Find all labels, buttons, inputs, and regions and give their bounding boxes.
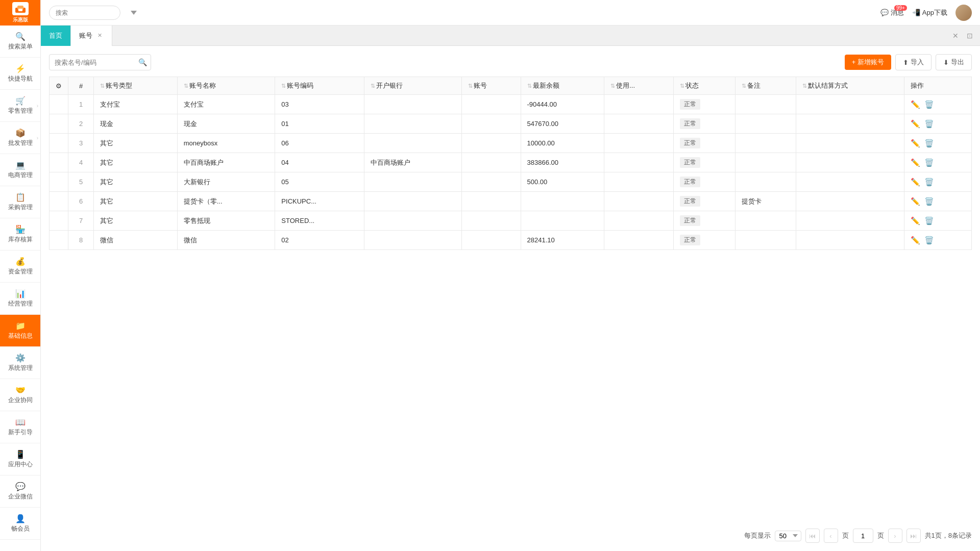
sidebar-item-label: 批发管理 <box>8 139 33 147</box>
system-mgmt-icon: ⚙️ <box>15 353 26 363</box>
action-col-header: 操作 <box>904 77 971 95</box>
sidebar-item-member[interactable]: 👤 畅会员 <box>0 508 40 540</box>
edit-button[interactable]: ✏️ <box>911 197 920 206</box>
delete-button[interactable]: 🗑️ <box>924 197 934 206</box>
account-name-cell: 支付宝 <box>177 95 275 114</box>
dropdown-button[interactable] <box>127 6 141 20</box>
sidebar-item-system-mgmt[interactable]: ⚙️ 系统管理 <box>0 347 40 379</box>
close-window-button[interactable]: ✕ <box>949 30 962 42</box>
sidebar-item-quick-nav[interactable]: ⚡ 快捷导航 <box>0 58 40 90</box>
balance-cell <box>521 211 604 231</box>
first-page-button[interactable]: ⏮ <box>805 529 820 543</box>
sidebar-item-purchase-mgmt[interactable]: 📋 采购管理 <box>0 186 40 218</box>
last-page-button[interactable]: ⏭ <box>906 529 921 543</box>
account-search-input[interactable] <box>49 54 151 70</box>
top-search-input[interactable] <box>49 6 120 20</box>
row-number-cell: 7 <box>68 211 94 231</box>
page-size-select[interactable]: 50 100 200 <box>775 531 801 541</box>
delete-button[interactable]: 🗑️ <box>924 119 934 129</box>
edit-button[interactable]: ✏️ <box>911 119 920 129</box>
delete-button[interactable]: 🗑️ <box>924 236 934 245</box>
account-code-col-header[interactable]: ⇅账号编码 <box>275 77 364 95</box>
bank-cell: 中百商场账户 <box>364 153 462 172</box>
sidebar-item-label: 零售管理 <box>8 107 33 115</box>
sidebar-item-ecommerce-mgmt[interactable]: 💻 电商管理 <box>0 154 40 186</box>
edit-button[interactable]: ✏️ <box>911 139 920 148</box>
sort-icon: ⇅ <box>184 83 188 89</box>
edit-button[interactable]: ✏️ <box>911 216 920 226</box>
remark-col-header[interactable]: ⇅备注 <box>735 77 796 95</box>
remark-cell <box>735 153 796 172</box>
tab-home[interactable]: 首页 <box>41 26 71 46</box>
tab-accounts[interactable]: 账号 ✕ <box>71 26 112 46</box>
ecommerce-mgmt-icon: 💻 <box>15 160 26 170</box>
retail-mgmt-icon: 🛒 <box>15 96 26 106</box>
edit-button[interactable]: ✏️ <box>911 158 920 167</box>
bank-cell <box>364 211 462 231</box>
bank-col-header[interactable]: ⇅开户银行 <box>364 77 462 95</box>
import-icon: ⬆ <box>903 59 909 66</box>
export-button[interactable]: ⬇ 导出 <box>936 54 972 70</box>
edit-button[interactable]: ✏️ <box>911 178 920 187</box>
maximize-window-button[interactable]: ⊡ <box>964 30 976 42</box>
account-no-cell <box>462 95 521 114</box>
sort-icon: ⇅ <box>281 83 286 89</box>
status-col-header[interactable]: ⇅状态 <box>673 77 735 95</box>
search-icon[interactable]: 🔍 <box>138 58 147 66</box>
sidebar-item-app-center[interactable]: 📱 应用中心 <box>0 443 40 475</box>
sidebar-item-beginner-guide[interactable]: 📖 新手引导 <box>0 411 40 443</box>
sidebar-item-inventory-mgmt[interactable]: 🏪 库存核算 <box>0 218 40 251</box>
account-code-cell: 01 <box>275 114 364 134</box>
user-avatar[interactable] <box>955 5 972 21</box>
sidebar-item-retail-mgmt[interactable]: 🛒 零售管理 › <box>0 90 40 122</box>
sidebar-item-label: 资金管理 <box>8 267 33 276</box>
app-download-button[interactable]: 📲 App下载 <box>912 8 947 17</box>
account-name-cell: 微信 <box>177 231 275 250</box>
default-payment-col-header[interactable]: ⇅默认结算方式 <box>796 77 904 95</box>
prev-page-button[interactable]: ‹ <box>824 529 838 543</box>
account-type-col-header[interactable]: ⇅账号类型 <box>94 77 178 95</box>
usage-col-header[interactable]: ⇅使用... <box>604 77 674 95</box>
add-account-button[interactable]: + 新增账号 <box>845 55 891 70</box>
remark-cell <box>735 95 796 114</box>
edit-button[interactable]: ✏️ <box>911 100 920 109</box>
import-button[interactable]: ⬆ 导入 <box>895 54 932 70</box>
account-no-col-header[interactable]: ⇅账号 <box>462 77 521 95</box>
wholesale-mgmt-icon: 📦 <box>15 128 26 138</box>
page-number-input[interactable] <box>853 529 873 543</box>
sidebar-item-basic-info[interactable]: 📁 基础信息 <box>0 315 40 347</box>
settings-col-header[interactable]: ⚙ <box>50 77 68 95</box>
finance-mgmt-icon: 💰 <box>15 257 26 266</box>
home-tab-label: 首页 <box>49 31 62 40</box>
sidebar-item-search-menu[interactable]: 🔍 搜索菜单 <box>0 26 40 58</box>
app-download-icon: 📲 <box>912 9 920 16</box>
sidebar-item-finance-mgmt[interactable]: 💰 资金管理 <box>0 251 40 283</box>
sidebar-item-operations-mgmt[interactable]: 📊 经营管理 <box>0 283 40 315</box>
delete-button[interactable]: 🗑️ <box>924 100 934 109</box>
status-cell: 正常 <box>673 134 735 153</box>
delete-button[interactable]: 🗑️ <box>924 216 934 226</box>
next-page-button[interactable]: › <box>888 529 902 543</box>
action-buttons: ✏️ 🗑️ <box>911 178 965 187</box>
status-cell: 正常 <box>673 95 735 114</box>
delete-button[interactable]: 🗑️ <box>924 158 934 167</box>
page-size-label: 每页显示 <box>744 531 771 540</box>
sidebar-item-enterprise-wechat[interactable]: 💬 企业微信 <box>0 475 40 508</box>
usage-cell <box>604 172 674 192</box>
sidebar-item-wholesale-mgmt[interactable]: 📦 批发管理 › <box>0 122 40 154</box>
message-button[interactable]: 💬 消息 99+ <box>880 8 904 17</box>
delete-button[interactable]: 🗑️ <box>924 139 934 148</box>
row-settings-cell <box>50 153 68 172</box>
status-badge: 正常 <box>680 157 700 168</box>
balance-col-header[interactable]: ⇅最新余额 <box>521 77 604 95</box>
balance-cell: 10000.00 <box>521 134 604 153</box>
bank-cell <box>364 192 462 211</box>
sort-icon: ⇅ <box>371 83 375 89</box>
tab-close-button[interactable]: ✕ <box>95 32 104 40</box>
edit-button[interactable]: ✏️ <box>911 236 920 245</box>
account-name-col-header[interactable]: ⇅账号名称 <box>177 77 275 95</box>
delete-button[interactable]: 🗑️ <box>924 178 934 187</box>
remark-cell <box>735 134 796 153</box>
bank-cell <box>364 134 462 153</box>
sidebar-item-enterprise-protocol[interactable]: 🤝 企业协同 <box>0 379 40 411</box>
